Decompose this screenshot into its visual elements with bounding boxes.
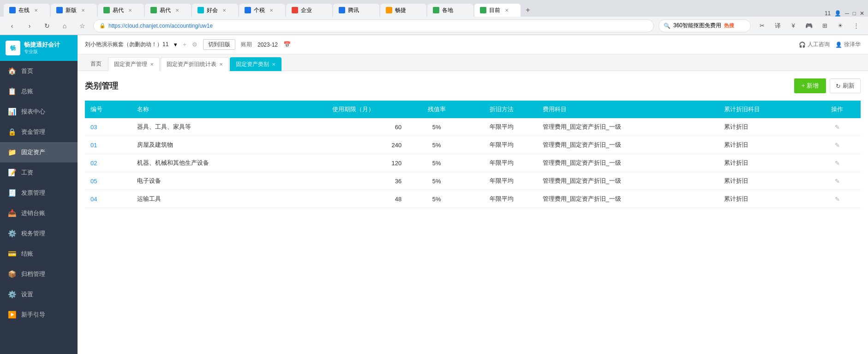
maximize-icon[interactable]: □ [853,10,856,17]
sidebar-item-report[interactable]: 📊 报表中心 [0,102,78,122]
tab-close-6[interactable]: ✕ [269,8,273,13]
browser-tab-4[interactable]: 易代 ✕ [145,4,191,17]
cell-code-2[interactable]: 02 [85,154,132,172]
browser-tab-11[interactable]: 目前 ✕ [474,4,521,17]
game-icon[interactable]: 🎮 [802,19,815,32]
home-button[interactable]: ⌂ [58,19,71,32]
tab-label-4: 易代 [160,6,171,14]
tab-fixed-depreciation[interactable]: 固定资产折旧统计表 ✕ [161,57,229,71]
reload-button[interactable]: ↻ [41,19,54,32]
sidebar-item-ledger[interactable]: 📋 总账 [0,81,78,102]
browser-tab-7[interactable]: 企业 [286,4,332,17]
url-input[interactable]: 🔒 https://cloud.chanjet.com/accounting/u… [93,19,654,32]
cell-expense-2: 管理费用_固定资产折旧_一级 [537,154,719,172]
tab-close-2[interactable]: ✕ [81,8,85,13]
tab-icon-9 [386,7,392,13]
wallet-icon[interactable]: ¥ [787,19,800,32]
cell-code-3[interactable]: 05 [85,172,132,190]
cell-code-1[interactable]: 01 [85,136,132,154]
add-account-icon[interactable]: + [183,41,186,48]
tab-close-fixed-mgmt[interactable]: ✕ [150,62,154,67]
sidebar-item-salary[interactable]: 📝 工资 [0,162,78,183]
browser-tab-9[interactable]: 畅捷 [380,4,426,17]
cell-action-2[interactable]: ✎ [814,154,861,172]
col-action: 操作 [814,101,861,118]
tab-close-3[interactable]: ✕ [128,8,132,13]
sidebar-item-fund[interactable]: 🔒 资金管理 [0,122,78,142]
table-header: 编号 名称 使用期限（月） 残值率 折旧方法 费用科目 累计折旧科目 操作 [85,101,861,118]
page-title-row: 类别管理 + 新增 ↻ 刷新 [85,78,861,93]
tab-close-1[interactable]: ✕ [34,8,38,13]
tab-close-11[interactable]: ✕ [505,8,509,13]
tab-bar: 在线 ✕ 新版 ✕ 易代 ✕ 易代 ✕ 好会 ✕ 个税 ✕ [0,0,868,17]
edit-icon-3[interactable]: ✎ [835,178,840,185]
tab-fixed-category[interactable]: 固定资产类别 ✕ [230,57,281,71]
cell-period-2: 120 [300,154,407,172]
sidebar-item-guide[interactable]: ▶️ 新手引导 [0,305,78,325]
browser-tab-5[interactable]: 好会 ✕ [192,4,238,17]
settings-icon[interactable]: ⋮ [850,19,862,32]
sidebar-item-fixed[interactable]: 📁 固定资产 [0,142,78,162]
refresh-button[interactable]: ↻ 刷新 [830,78,861,93]
tab-label-8: 腾讯 [348,6,359,14]
header-dropdown-icon[interactable]: ▾ [174,41,177,48]
sidebar-item-settings[interactable]: ⚙️ 设置 [0,284,78,305]
add-button[interactable]: + 新增 [794,78,826,93]
cell-action-1[interactable]: ✎ [814,136,861,154]
edit-icon-1[interactable]: ✎ [835,142,840,149]
stock-icon: 📥 [7,209,17,218]
browser-tab-10[interactable]: 各地 [427,4,473,17]
tab-home[interactable]: 首页 [85,57,107,71]
brightness-icon[interactable]: ☀ [834,19,847,32]
browser-tab-3[interactable]: 易代 ✕ [98,4,144,17]
close-window-icon[interactable]: ✕ [860,10,864,17]
switch-to-old-btn[interactable]: 切到旧版 [203,39,235,50]
cell-action-3[interactable]: ✎ [814,172,861,190]
browser-tab-1[interactable]: 在线 ✕ [4,4,50,17]
profile-icon[interactable]: 👤 [834,10,841,17]
sidebar-item-tax[interactable]: ⚙️ 税务管理 [0,223,78,244]
cell-action-0[interactable]: ✎ [814,118,861,136]
new-tab-button[interactable]: + [521,4,534,17]
tab-close-4[interactable]: ✕ [175,8,179,13]
user-profile-button[interactable]: 👤 徐泽华 [835,41,861,48]
edit-icon-4[interactable]: ✎ [835,196,840,203]
app-header: 刘小艳演示账套（勿删勿动！）11 ▾ + ⚙ 切到旧版 账期 2023-12 📅… [78,35,868,54]
cell-accum-3: 累计折旧 [718,172,814,190]
scissors-icon[interactable]: ✂ [755,19,768,32]
tab-close-fixed-depreciation[interactable]: ✕ [219,62,223,67]
sidebar-item-invoice[interactable]: 🧾 发票管理 [0,183,78,203]
tab-fixed-mgmt[interactable]: 固定资产管理 ✕ [108,57,160,71]
search-box[interactable]: 🔍 360智能抠图免费用 热搜 [658,19,751,32]
forward-button[interactable]: › [23,19,36,32]
fixed-icon: 📁 [7,148,17,157]
tab-icon-1 [9,7,16,13]
minimize-icon[interactable]: ─ [845,10,849,17]
edit-icon-0[interactable]: ✎ [835,124,840,131]
cell-method-0: 年限平均 [466,118,537,136]
sidebar-item-checkout[interactable]: 💳 结账 [0,244,78,264]
browser-tab-2[interactable]: 新版 ✕ [51,4,97,17]
cell-action-4[interactable]: ✎ [814,190,861,208]
sidebar-item-archive[interactable]: 📦 归档管理 [0,264,78,284]
cell-residual-0: 5% [407,118,466,136]
bookmark-button[interactable]: ☆ [76,19,89,32]
settings-gear-icon[interactable]: ⚙ [192,41,198,48]
back-button[interactable]: ‹ [6,19,18,32]
sidebar-item-stock[interactable]: 📥 进销台账 [0,203,78,223]
consult-button[interactable]: 🎧 人工咨询 [799,41,830,48]
cell-code-0[interactable]: 03 [85,118,132,136]
tab-close-fixed-category[interactable]: ✕ [272,62,275,67]
edit-icon-2[interactable]: ✎ [835,160,840,167]
tab-close-5[interactable]: ✕ [222,8,226,13]
browser-tab-6[interactable]: 个税 ✕ [239,4,285,17]
sidebar-label-fixed: 固定资产 [21,148,45,156]
page-tabs: 首页 固定资产管理 ✕ 固定资产折旧统计表 ✕ 固定资产类别 ✕ [78,54,868,71]
calendar-icon[interactable]: 📅 [283,41,291,48]
sidebar-item-home[interactable]: 🏠 首页 [0,61,78,81]
translate-icon[interactable]: 译 [771,19,784,32]
content-area: 刘小艳演示账套（勿删勿动！）11 ▾ + ⚙ 切到旧版 账期 2023-12 📅… [78,35,868,354]
browser-tab-8[interactable]: 腾讯 [333,4,379,17]
grid-icon[interactable]: ⊞ [818,19,831,32]
cell-code-4[interactable]: 04 [85,190,132,208]
